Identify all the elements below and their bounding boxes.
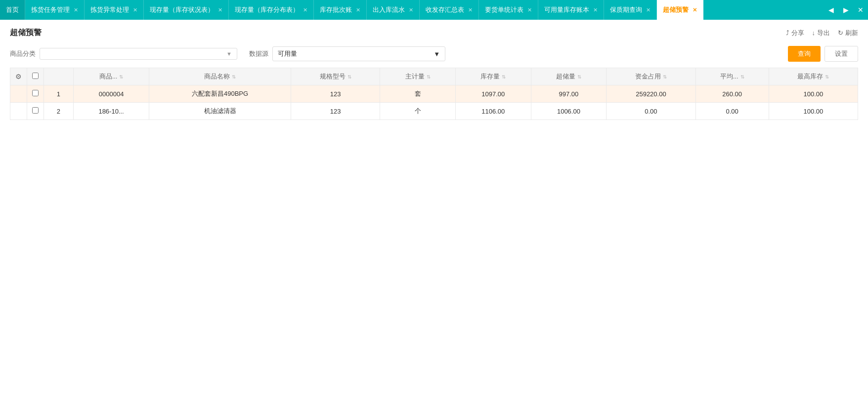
nav-label-7: 收发存汇总表	[426, 5, 464, 14]
category-filter: 商品分类 ▼	[10, 48, 237, 60]
datasource-select[interactable]: 可用量 ▼	[272, 46, 445, 61]
nav-label-8: 要货单统计表	[485, 5, 523, 14]
sort-unit-icon[interactable]: ⇅	[427, 74, 431, 79]
cell-settings-1	[10, 103, 27, 120]
nav-next-button[interactable]: ▶	[838, 0, 853, 20]
nav-close-active[interactable]: ✕	[693, 7, 697, 13]
cell-product-code-1: 186-10...	[73, 103, 149, 120]
refresh-label: 刷新	[845, 29, 858, 38]
nav-close-7[interactable]: ✕	[468, 7, 473, 13]
row-checkbox-1[interactable]	[32, 107, 39, 114]
select-all-checkbox[interactable]	[32, 73, 39, 79]
sort-product-code-icon[interactable]: ⇅	[119, 74, 123, 79]
nav-bar: 首页 拣货任务管理 ✕ 拣货异常处理 ✕ 现存量（库存状况表） ✕ 现存量（库存…	[0, 0, 868, 20]
nav-item-8[interactable]: 要货单统计表 ✕	[479, 0, 538, 20]
nav-label-5: 库存批次账	[320, 5, 352, 14]
cell-avg-1: 0.00	[695, 103, 769, 120]
nav-label-home: 首页	[6, 5, 19, 14]
nav-label-1: 拣货任务管理	[31, 5, 70, 14]
datasource-select-value: 可用量	[278, 49, 297, 58]
nav-prev-button[interactable]: ◀	[824, 0, 838, 20]
nav-close-10[interactable]: ✕	[646, 7, 651, 13]
sort-capital-icon[interactable]: ⇅	[663, 74, 667, 79]
nav-item-4[interactable]: 现存量（库存分布表） ✕	[229, 0, 314, 20]
th-spec: 规格型号 ⇅	[291, 68, 380, 85]
share-button[interactable]: ⤴ 分享	[786, 29, 804, 38]
nav-close-2[interactable]: ✕	[133, 7, 137, 13]
export-icon: ↓	[812, 29, 816, 37]
nav-close-3[interactable]: ✕	[218, 7, 222, 13]
cell-unit-0: 套	[380, 85, 456, 103]
cell-rownum-0: 1	[44, 85, 74, 103]
cell-stock-1: 1106.00	[455, 103, 531, 120]
sort-overflow-icon[interactable]: ⇅	[577, 74, 581, 79]
header-actions: ⤴ 分享 ↓ 导出 ↻ 刷新	[786, 29, 859, 38]
nav-arrows: ◀ ▶ ✕	[824, 0, 868, 20]
data-table: ⚙ 商品... ⇅ 商品名称 ⇅	[10, 68, 858, 120]
th-capital: 资金占用 ⇅	[607, 68, 695, 85]
cell-checkbox-1	[27, 103, 44, 120]
refresh-icon: ↻	[838, 29, 843, 37]
cell-overflow-1: 1006.00	[531, 103, 607, 120]
filter-row: 商品分类 ▼ 数据源 可用量 ▼ 查询 设置	[10, 46, 858, 62]
nav-close-6[interactable]: ✕	[409, 7, 413, 13]
datasource-label: 数据源	[249, 49, 268, 58]
sort-stock-icon[interactable]: ⇅	[502, 74, 506, 79]
table-row: 1 0000004 六配套新昌490BPG 123 套 1097.00 997.…	[10, 85, 858, 103]
export-button[interactable]: ↓ 导出	[812, 29, 830, 38]
th-avg-label: 平均...	[720, 72, 738, 81]
settings-gear-icon[interactable]: ⚙	[15, 73, 22, 80]
th-rownum	[44, 68, 74, 85]
th-max-stock-label: 最高库存	[797, 72, 823, 81]
nav-item-2[interactable]: 拣货异常处理 ✕	[85, 0, 144, 20]
cell-max-stock-1: 100.00	[769, 103, 858, 120]
th-unit-label: 主计量	[405, 72, 425, 81]
cell-settings-0	[10, 85, 27, 103]
th-product-code-label: 商品...	[99, 72, 118, 81]
cell-product-name-1: 机油滤清器	[149, 103, 291, 120]
nav-item-5[interactable]: 库存批次账 ✕	[314, 0, 367, 20]
nav-close-button[interactable]: ✕	[853, 0, 868, 20]
nav-item-active[interactable]: 超储预警 ✕	[657, 0, 703, 20]
category-label: 商品分类	[10, 49, 36, 58]
nav-item-10[interactable]: 保质期查询 ✕	[604, 0, 657, 20]
th-stock-label: 库存量	[480, 72, 500, 81]
settings-button[interactable]: 设置	[825, 46, 858, 62]
nav-item-9[interactable]: 可用量库存账本 ✕	[538, 0, 604, 20]
row-checkbox-0[interactable]	[32, 90, 39, 96]
nav-item-3[interactable]: 现存量（库存状况表） ✕	[144, 0, 229, 20]
refresh-button[interactable]: ↻ 刷新	[838, 29, 858, 38]
nav-label-3: 现存量（库存状况表）	[150, 5, 214, 14]
nav-label-2: 拣货异常处理	[90, 5, 129, 14]
sort-product-name-icon[interactable]: ⇅	[232, 74, 236, 79]
cell-spec-1: 123	[291, 103, 380, 120]
page-header: 超储预警 ⤴ 分享 ↓ 导出 ↻ 刷新	[10, 28, 858, 38]
cell-stock-0: 1097.00	[455, 85, 531, 103]
sort-max-stock-icon[interactable]: ⇅	[825, 74, 829, 79]
nav-item-7[interactable]: 收发存汇总表 ✕	[420, 0, 479, 20]
share-label: 分享	[791, 29, 804, 38]
category-select[interactable]: ▼	[40, 48, 237, 60]
sort-spec-icon[interactable]: ⇅	[347, 74, 351, 79]
nav-close-1[interactable]: ✕	[74, 7, 78, 13]
nav-close-4[interactable]: ✕	[303, 7, 307, 13]
nav-item-6[interactable]: 出入库流水 ✕	[367, 0, 420, 20]
cell-capital-0: 259220.00	[607, 85, 695, 103]
th-checkbox	[27, 68, 44, 85]
nav-item-1[interactable]: 拣货任务管理 ✕	[25, 0, 85, 20]
query-button[interactable]: 查询	[788, 46, 821, 62]
table-row: 2 186-10... 机油滤清器 123 个 1106.00 1006.00 …	[10, 103, 858, 120]
nav-close-8[interactable]: ✕	[527, 7, 532, 13]
nav-label-10: 保质期查询	[610, 5, 642, 14]
nav-close-9[interactable]: ✕	[593, 7, 598, 13]
th-overflow: 超储量 ⇅	[531, 68, 607, 85]
sort-avg-icon[interactable]: ⇅	[740, 74, 744, 79]
th-unit: 主计量 ⇅	[380, 68, 456, 85]
nav-item-home[interactable]: 首页	[0, 0, 25, 20]
cell-rownum-1: 2	[44, 103, 74, 120]
filter-actions: 查询 设置	[788, 46, 858, 62]
page-content: 超储预警 ⤴ 分享 ↓ 导出 ↻ 刷新 商品分类 ▼ 数据源	[0, 20, 868, 395]
th-product-name: 商品名称 ⇅	[149, 68, 291, 85]
nav-close-5[interactable]: ✕	[356, 7, 360, 13]
share-icon: ⤴	[786, 29, 789, 37]
